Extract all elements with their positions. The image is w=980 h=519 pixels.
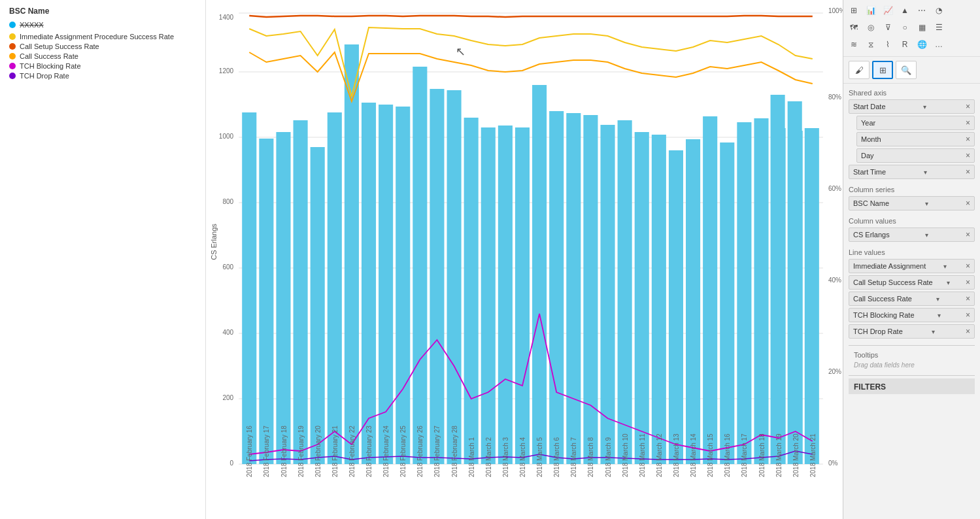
y-tick-600: 600: [222, 263, 233, 271]
field-call-setup-success[interactable]: Call Setup Success Rate ▾ ×: [849, 275, 975, 290]
svg-text:2018 March 9: 2018 March 9: [605, 437, 612, 477]
field-month[interactable]: Month ×: [856, 132, 975, 146]
legend-item-tch-blocking: TCH Blocking Rate: [9, 62, 196, 70]
day-remove[interactable]: ×: [966, 151, 970, 160]
scatter-icon[interactable]: ⋯: [914, 3, 930, 18]
tbr-remove[interactable]: ×: [966, 310, 970, 320]
custom-icon[interactable]: …: [931, 37, 947, 52]
svg-text:2018 March 21: 2018 March 21: [809, 433, 817, 477]
bar-mar5: [532, 85, 547, 464]
field-tch-drop[interactable]: TCH Drop Rate ▾ ×: [849, 324, 975, 339]
field-start-time[interactable]: Start Time ▾ ×: [849, 165, 975, 179]
y-tick-1200: 1200: [219, 67, 234, 75]
drag-hint: Drag data fields here: [849, 360, 975, 373]
shared-axis-label: Shared axis: [849, 89, 975, 97]
line-values-label: Line values: [849, 248, 975, 256]
field-year[interactable]: Year ×: [856, 116, 975, 130]
table-icon[interactable]: ⊞: [846, 3, 862, 18]
field-cs-erlangs[interactable]: CS Erlangs ▾ ×: [849, 227, 975, 242]
svg-text:2018 March 20: 2018 March 20: [792, 433, 800, 477]
field-bsc-name[interactable]: BSC Name ▾ ×: [849, 196, 975, 210]
field-immediate-assignment[interactable]: Immediate Assignment ▾ ×: [849, 259, 975, 273]
css-arrow: ▾: [947, 279, 950, 286]
legend-dot-immediate-assignment: [9, 33, 16, 40]
web-icon[interactable]: 🌐: [914, 37, 930, 52]
fields-panel: Shared axis Start Date ▾ × Year × Month …: [843, 84, 980, 399]
field-call-success-rate[interactable]: Call Success Rate ▾ ×: [849, 292, 975, 306]
start-time-remove[interactable]: ×: [966, 167, 970, 176]
tooltips-label: Tooltips: [849, 348, 975, 360]
svg-text:2018 March 5: 2018 March 5: [536, 437, 543, 477]
svg-text:2018 March 11: 2018 March 11: [639, 433, 646, 477]
analytics-btn[interactable]: 🔍: [896, 61, 917, 79]
bar-feb21: [328, 112, 342, 464]
svg-text:2018 March 6: 2018 March 6: [553, 437, 560, 477]
call-success-line: [249, 52, 813, 101]
csr-remove[interactable]: ×: [966, 294, 970, 303]
month-remove[interactable]: ×: [966, 135, 970, 144]
ia-remove[interactable]: ×: [966, 261, 970, 271]
svg-text:2018 February 24: 2018 February 24: [382, 426, 390, 477]
start-date-remove[interactable]: ×: [966, 102, 970, 111]
funnel-icon[interactable]: ⊽: [880, 20, 896, 35]
svg-text:2018 February 19: 2018 February 19: [297, 426, 305, 477]
css-remove[interactable]: ×: [966, 278, 970, 287]
svg-text:2018 February 27: 2018 February 27: [433, 426, 441, 477]
bar-feb23: [362, 103, 376, 464]
format-paint-btn[interactable]: 🖌: [849, 61, 870, 79]
combo-icon[interactable]: ⧖: [863, 37, 879, 52]
legend-label-call-success: Call Success Rate: [20, 52, 78, 60]
svg-text:2018 March 4: 2018 March 4: [519, 437, 526, 477]
svg-text:2018 February 18: 2018 February 18: [280, 426, 287, 477]
legend-dot-call-success: [9, 53, 16, 59]
bar-feb25: [396, 107, 410, 464]
bar-feb24: [379, 105, 393, 464]
immediate-assignment-line: [249, 27, 813, 97]
svg-text:2018 March 1: 2018 March 1: [468, 437, 475, 477]
map-icon[interactable]: 🗺: [846, 20, 862, 35]
bar-feb27: [430, 89, 444, 464]
y-right-80: 80%: [828, 93, 841, 101]
svg-text:2018 February 28: 2018 February 28: [451, 426, 458, 477]
bsc-name-value: XXXXX: [20, 21, 44, 29]
legend-item-call-success: Call Success Rate: [9, 52, 196, 60]
area-chart-icon[interactable]: ▲: [897, 3, 913, 18]
svg-text:2018 March 3: 2018 March 3: [502, 437, 509, 477]
year-remove[interactable]: ×: [966, 118, 970, 127]
field-day[interactable]: Day ×: [856, 148, 975, 163]
bar-mar3: [498, 126, 513, 464]
legend-panel: BSC Name XXXXX Immediate Assignment Proc…: [0, 0, 206, 519]
field-start-date[interactable]: Start Date ▾ ×: [849, 99, 975, 114]
donut-icon[interactable]: ○: [897, 20, 913, 35]
tdr-remove[interactable]: ×: [966, 327, 970, 336]
column-values-label: Column values: [849, 217, 975, 225]
svg-text:2018 March 18: 2018 March 18: [758, 433, 765, 477]
bar-mar10: [618, 120, 632, 464]
line-chart-icon[interactable]: 📈: [880, 3, 896, 18]
y-right-40: 40%: [828, 276, 841, 284]
waterfall-icon[interactable]: ≋: [846, 37, 862, 52]
cs-erlangs-arrow: ▾: [925, 231, 928, 239]
card-icon[interactable]: ☰: [931, 20, 947, 35]
y-tick-1000: 1000: [219, 133, 234, 140]
cs-erlangs-remove[interactable]: ×: [966, 230, 970, 239]
gauge-icon[interactable]: ◎: [863, 20, 879, 35]
ribbon-icon[interactable]: ⌇: [880, 37, 896, 52]
field-tch-blocking[interactable]: TCH Blocking Rate ▾ ×: [849, 308, 975, 322]
bsc-name-item: XXXXX: [9, 21, 196, 29]
bar-feb20: [311, 147, 325, 464]
legend-label-call-setup-success: Call Setup Success Rate: [20, 42, 99, 50]
svg-text:2018 February 22: 2018 February 22: [348, 426, 356, 477]
treemap-icon[interactable]: ▦: [914, 20, 930, 35]
pie-icon[interactable]: ◔: [931, 3, 947, 18]
bar-chart-icon[interactable]: 📊: [863, 3, 879, 18]
y-tick-0: 0: [230, 460, 234, 467]
bsc-name-remove[interactable]: ×: [966, 199, 970, 208]
fields-btn[interactable]: ⊞: [872, 61, 893, 79]
svg-text:2018 February 20: 2018 February 20: [314, 426, 322, 477]
tdr-arrow: ▾: [932, 328, 935, 335]
shape-icon[interactable]: R: [897, 37, 913, 52]
legend-item-immediate-assignment: Immediate Assignment Procedure Success R…: [9, 33, 196, 41]
bar-mar7: [566, 113, 581, 464]
y-tick-400: 400: [222, 329, 233, 336]
